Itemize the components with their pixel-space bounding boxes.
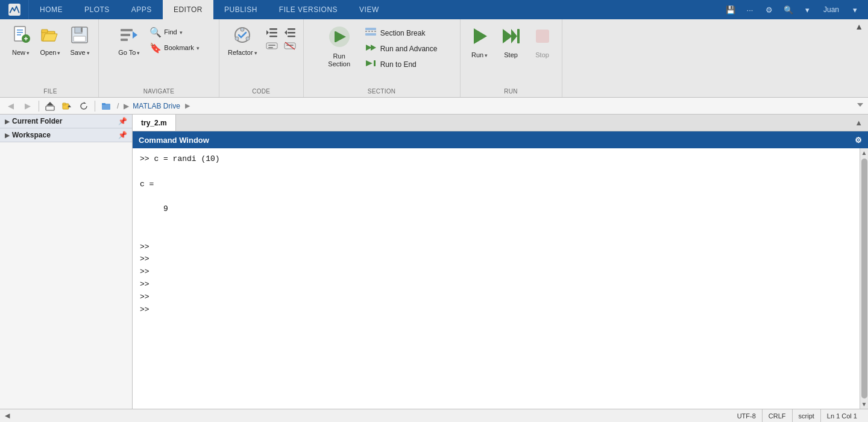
scroll-up-arrow-icon[interactable]: ▲	[860, 148, 868, 157]
cmd-line-3: 9	[140, 203, 852, 216]
new-arrow-icon: ▾	[27, 50, 30, 56]
scroll-thumb[interactable]	[861, 159, 867, 398]
svg-marker-43	[371, 45, 376, 51]
svg-rect-4	[17, 34, 21, 36]
workspace-pin-icon[interactable]: 📌	[118, 131, 127, 139]
sidebar-section-workspace[interactable]: ▶ Workspace 📌	[0, 128, 132, 142]
cmd-line-p5: >>	[140, 291, 852, 304]
menubar-tab-file-versions[interactable]: FILE VERSIONS	[268, 0, 348, 19]
menubar-tab-plots[interactable]: PLOTS	[74, 0, 121, 19]
svg-rect-16	[121, 39, 128, 41]
bookmark-icon: 🔖	[149, 43, 162, 53]
settings-icon[interactable]: ⚙	[761, 2, 778, 17]
svg-point-20	[246, 37, 250, 40]
nav-up-button[interactable]	[43, 99, 57, 113]
open-button[interactable]: Open ▾	[37, 23, 64, 59]
menubar-tab-publish[interactable]: PUBLISH	[213, 0, 268, 19]
search-icon[interactable]: 🔍	[780, 2, 797, 17]
stop-button[interactable]: Stop	[528, 23, 557, 61]
section-break-button[interactable]: Section Break	[360, 25, 442, 40]
svg-marker-29	[285, 30, 287, 35]
statusbar-scroll-left-icon[interactable]: ◀	[5, 412, 10, 420]
svg-rect-12	[81, 28, 83, 32]
svg-rect-3	[17, 32, 23, 33]
run-to-end-icon	[365, 58, 377, 70]
menubar-tab-home[interactable]: HOME	[29, 0, 74, 19]
new-label: New	[12, 49, 25, 57]
save-label: Save	[70, 49, 85, 57]
navbar-collapse-btn[interactable]	[856, 101, 864, 111]
run-arrow-icon: ▾	[485, 52, 488, 58]
save-button[interactable]: Save ▾	[66, 23, 93, 59]
cmd-line-blank4	[140, 228, 852, 241]
svg-rect-15	[121, 34, 130, 36]
menubar-tab-editor[interactable]: EDITOR	[163, 0, 213, 19]
tabs-scroll-up-icon[interactable]: ▲	[853, 118, 864, 127]
new-icon	[11, 25, 31, 48]
svg-rect-50	[536, 30, 549, 43]
matlab-drive-link[interactable]: MATLAB Drive	[133, 102, 180, 110]
app-logo[interactable]	[0, 0, 29, 19]
cmd-prompt-1: >> c = randi (10)	[140, 154, 220, 163]
svg-rect-22	[269, 28, 277, 30]
bookmark-button[interactable]: 🔖 Bookmark ▾	[146, 42, 203, 54]
dropdown-arrow-icon[interactable]: ▾	[799, 2, 816, 17]
indent-decrease-button[interactable]	[281, 27, 298, 39]
tab-try2[interactable]: try_2.m	[133, 115, 176, 131]
ribbon-group-run: Run ▾ Step	[461, 19, 562, 97]
navigate-group-label: NAVIGATE	[143, 88, 174, 95]
run-to-end-button[interactable]: Run to End	[360, 57, 442, 72]
ribbon-group-file: New ▾ Open ▾	[2, 19, 99, 97]
path-end-arrow-icon[interactable]: ▶	[185, 102, 190, 110]
command-window-settings-icon[interactable]: ⚙	[855, 136, 862, 145]
indent-increase-button[interactable]	[263, 27, 280, 39]
nav-browse-button[interactable]	[60, 99, 74, 113]
ribbon-section-items: RunSection Section Break	[321, 23, 442, 97]
collapse-ribbon-button[interactable]: ▲	[855, 22, 863, 31]
command-window-body[interactable]: >> c = randi (10) c = 9 >> >> >> >> >> >…	[133, 148, 860, 409]
workspace-arrow-icon: ▶	[5, 132, 10, 139]
section-break-icon	[365, 27, 377, 39]
user-dropdown-icon[interactable]: ▾	[846, 2, 863, 17]
cmd-line-blank3	[140, 216, 852, 228]
open-label: Open	[40, 49, 57, 57]
save-icon[interactable]: 💾	[722, 2, 739, 17]
goto-button[interactable]: Go To ▾	[115, 23, 143, 59]
scroll-down-arrow-icon[interactable]: ▼	[860, 400, 868, 409]
user-label[interactable]: Juan	[819, 5, 844, 14]
svg-rect-58	[102, 103, 105, 105]
refactor-button[interactable]: Refactor ▾	[224, 23, 261, 59]
sidebar-section-current-folder[interactable]: ▶ Current Folder 📌	[0, 115, 132, 128]
uncomment-button[interactable]	[281, 40, 298, 52]
menubar-tab-apps[interactable]: APPS	[121, 0, 163, 19]
menubar-tab-view[interactable]: VIEW	[348, 0, 390, 19]
more-options-icon[interactable]: ···	[741, 2, 758, 17]
svg-rect-54	[63, 103, 66, 105]
stop-icon	[532, 25, 553, 50]
svg-marker-56	[84, 102, 86, 104]
nav-sync-button[interactable]	[77, 99, 91, 113]
statusbar: ◀ UTF-8 CRLF script Ln 1 Col 1	[0, 409, 868, 422]
matlab-drive-icon[interactable]	[99, 99, 113, 113]
nav-forward-button[interactable]: ▶	[20, 99, 35, 113]
run-section-button[interactable]: RunSection	[321, 23, 357, 71]
find-button[interactable]: 🔍 Find ▾	[146, 27, 186, 39]
cmd-line-p1: >>	[140, 241, 852, 254]
svg-marker-59	[857, 103, 863, 107]
nav-back-button[interactable]: ◀	[4, 99, 18, 113]
run-advance-button[interactable]: Run and Advance	[360, 41, 442, 56]
step-button[interactable]: Step	[497, 23, 526, 61]
new-button[interactable]: New ▾	[8, 23, 34, 59]
ribbon-navigate-items: Go To ▾ 🔍 Find ▾ 🔖 Bookmark ▾	[115, 23, 203, 97]
run-button[interactable]: Run ▾	[465, 23, 494, 61]
current-folder-pin-icon[interactable]: 📌	[118, 117, 127, 125]
ribbon-file-items: New ▾ Open ▾	[8, 23, 93, 97]
svg-marker-52	[46, 102, 54, 106]
cmd-prompt-3: >>	[140, 254, 149, 263]
cmd-prompt-7: >>	[140, 305, 149, 314]
run-section-label: RunSection	[328, 52, 350, 68]
comment-button[interactable]	[263, 40, 280, 52]
cmd-line-blank2	[140, 191, 852, 203]
command-window: Command Window ⚙ >> c = randi (10) c = 9…	[133, 131, 868, 409]
svg-rect-31	[268, 45, 275, 46]
